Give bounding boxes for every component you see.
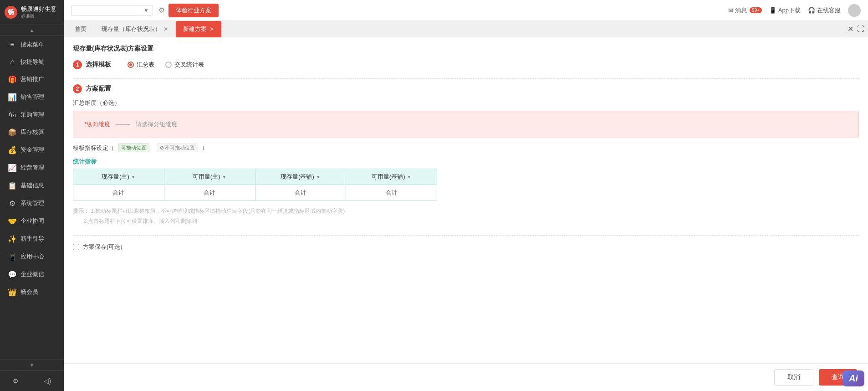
main-area: ▼ ⚙ 体验行业方案 ✉ 消息 99+ 📱 App下载 🎧 在线客服 首页: [64, 0, 868, 391]
sidebar-item-label: 库存核算: [20, 128, 44, 136]
tab-inventory-status[interactable]: 现存量（库存状况表） ✕: [94, 21, 176, 37]
indicator-settings: 模板指标设定（ 可拖动位置 ⊘ 不可拖动位置 ）: [73, 144, 859, 152]
sidebar-item-app-center[interactable]: 📱 应用中心: [0, 248, 64, 266]
purchase-icon: 🛍: [8, 111, 17, 119]
tab-home-label: 首页: [75, 25, 87, 33]
tips-title: 提示：: [73, 208, 89, 214]
tip-item-1: 1.拖动标题栏可以调整布局，不可跨维度或指标区域拖动栏目字段(只能在同一维度或指…: [91, 208, 345, 214]
no-drag-icon: ⊘: [160, 145, 164, 151]
stats-table-header: 现存量(主) ▼ 可用量(主) ▼ 现存量(基辅) ▼: [73, 169, 437, 185]
sidebar-item-member[interactable]: 👑 畅会员: [0, 283, 64, 301]
step1-badge: 1: [73, 60, 82, 69]
sidebar-item-label: 新手引导: [20, 235, 44, 243]
messages-item[interactable]: ✉ 消息 99+: [728, 6, 762, 15]
sidebar-item-label: 快捷导航: [20, 58, 44, 66]
search-input[interactable]: [75, 7, 142, 14]
sidebar-item-search-menu[interactable]: ≡ 搜索菜单: [0, 36, 64, 53]
settings-bottom-icon[interactable]: ⚙: [10, 375, 21, 387]
radio-cross[interactable]: 交叉统计表: [165, 61, 204, 69]
stats-col-2-label: 可用量(主): [193, 173, 220, 181]
headset-icon: 🎧: [808, 7, 815, 14]
close-all-icon[interactable]: ✕: [848, 25, 853, 33]
step2-badge: 2: [73, 84, 82, 93]
app-download-item[interactable]: 📱 App下载: [769, 6, 801, 15]
radio-summary-circle[interactable]: [128, 62, 134, 68]
stats-body-col-4: 合计: [346, 185, 437, 201]
tab-home[interactable]: 首页: [67, 21, 94, 37]
ai-badge[interactable]: Ai: [842, 370, 864, 386]
search-input-area[interactable]: ▼: [71, 5, 153, 16]
stats-table: 现存量(主) ▼ 可用量(主) ▼ 现存量(基辅) ▼: [73, 169, 437, 201]
divider1: [73, 78, 859, 79]
app-center-icon: 📱: [8, 252, 17, 261]
stats-col-4-chevron[interactable]: ▼: [407, 175, 412, 180]
online-service-item[interactable]: 🎧 在线客服: [808, 6, 841, 15]
gear-icon[interactable]: ⚙: [158, 6, 165, 15]
sidebar-item-purchase[interactable]: 🛍 采购管理: [0, 106, 64, 123]
dimension-placeholder-text[interactable]: 请选择分组维度: [136, 120, 177, 129]
radio-summary[interactable]: 汇总表: [128, 61, 154, 69]
industry-btn[interactable]: 体验行业方案: [168, 4, 219, 17]
stats-col-1-chevron[interactable]: ▼: [131, 175, 136, 180]
stats-col-3-header[interactable]: 现存量(基辅) ▼: [255, 169, 346, 185]
stats-body-col-1-value: 合计: [73, 185, 164, 201]
stats-col-2-header[interactable]: 可用量(主) ▼: [164, 169, 255, 185]
save-checkbox[interactable]: [73, 244, 79, 250]
sidebar-item-label: 销售管理: [20, 93, 44, 101]
online-service-label: 在线客服: [817, 6, 841, 15]
sidebar-item-label: 搜索菜单: [20, 41, 44, 49]
stats-col-1-label: 现存量(主): [102, 173, 129, 181]
app-download-icon: 📱: [769, 7, 776, 14]
stats-col-3-chevron[interactable]: ▼: [316, 175, 321, 180]
sidebar-item-system[interactable]: ⚙ 系统管理: [0, 195, 64, 212]
sidebar-item-quick-nav[interactable]: ⌂ 快捷导航: [0, 53, 64, 71]
cancel-button[interactable]: 取消: [774, 369, 813, 386]
tab-inventory-status-label: 现存量（库存状况表）: [102, 25, 161, 33]
stats-col-2-chevron[interactable]: ▼: [222, 175, 227, 180]
no-drag-badge: ⊘ 不可拖动位置: [157, 144, 198, 152]
indicator-settings-label: 模板指标设定（ 可拖动位置 ⊘ 不可拖动位置 ）: [73, 144, 859, 152]
messages-label: 消息: [735, 6, 747, 15]
sidebar-item-newbie[interactable]: ✨ 新手引导: [0, 230, 64, 248]
sidebar-item-label: 采购管理: [20, 111, 44, 119]
sidebar-item-label: 企业协同: [20, 217, 44, 225]
indicator-settings-suffix: ）: [202, 144, 208, 152]
save-option: 方案保存(可选): [73, 243, 859, 251]
sidebar-item-wechat[interactable]: 💬 企业微信: [0, 266, 64, 283]
stats-body-col-2-value: 合计: [164, 185, 255, 201]
operations-icon: 📈: [8, 164, 17, 172]
sidebar-item-marketing[interactable]: 🎁 营销推广: [0, 71, 64, 88]
sidebar-item-operations[interactable]: 📈 经营管理: [0, 159, 64, 177]
expand-icon[interactable]: ⛶: [857, 25, 864, 33]
step1-section: 1 选择模板 汇总表 交叉统计表: [73, 60, 859, 69]
sidebar-item-enterprise[interactable]: 🤝 企业协同: [0, 212, 64, 230]
user-avatar[interactable]: [848, 4, 861, 17]
sidebar-item-inventory[interactable]: 📦 库存核算: [0, 123, 64, 141]
logo-icon: 畅: [5, 6, 17, 19]
radio-summary-label: 汇总表: [137, 61, 154, 69]
tab-new-scheme-close[interactable]: ✕: [209, 26, 214, 32]
step1-header: 1 选择模板 汇总表 交叉统计表: [73, 60, 859, 69]
app-subtitle: 标准版: [21, 13, 56, 19]
sidebar-item-finance[interactable]: 💰 资金管理: [0, 141, 64, 159]
sidebar-item-base-info[interactable]: 📋 基础信息: [0, 177, 64, 195]
audio-bottom-icon[interactable]: ◁): [41, 375, 54, 387]
radio-cross-circle[interactable]: [165, 62, 172, 68]
stats-col-1-header[interactable]: 现存量(主) ▼: [73, 169, 164, 185]
scroll-up-arrow[interactable]: ▲: [29, 27, 35, 34]
stats-col-2: 可用量(主) ▼: [164, 169, 255, 185]
dimension-box: *纵向维度 —— 请选择分组维度: [73, 111, 859, 138]
app-logo: 畅 畅康通好生意 标准版: [0, 0, 64, 25]
chevron-down-icon[interactable]: ▼: [143, 7, 149, 14]
stats-body-col-1: 合计: [73, 185, 164, 201]
marketing-icon: 🎁: [8, 75, 17, 84]
tab-inventory-status-close[interactable]: ✕: [163, 26, 168, 32]
drag-badge: 可拖动位置: [118, 144, 149, 152]
tab-new-scheme[interactable]: 新建方案 ✕: [176, 21, 222, 37]
stats-col-4-header[interactable]: 可用量(基辅) ▼: [346, 169, 437, 185]
sidebar-item-sales[interactable]: 📊 销售管理: [0, 88, 64, 106]
sidebar-item-label: 应用中心: [20, 252, 44, 261]
dimension-row: *纵向维度 —— 请选择分组维度: [84, 120, 848, 129]
message-icon: ✉: [728, 7, 733, 14]
scroll-down-arrow[interactable]: ▼: [29, 362, 35, 369]
